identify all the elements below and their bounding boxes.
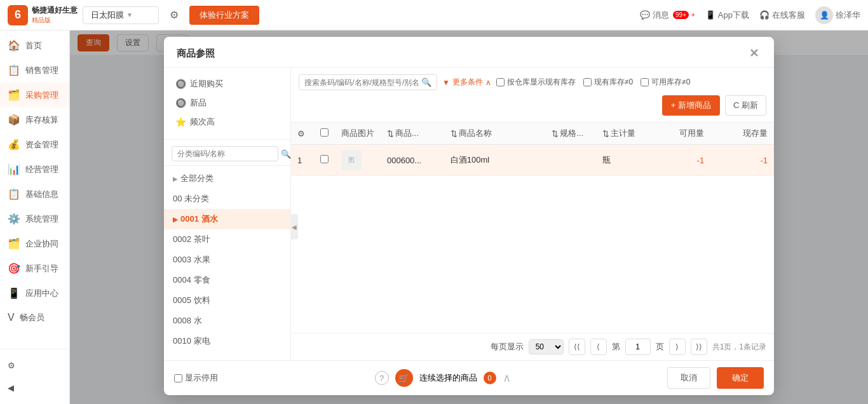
th-available: 可用量 [647, 123, 710, 145]
first-page-button[interactable]: ⟨⟨ [569, 339, 585, 355]
row-unit: 瓶 [596, 145, 647, 176]
app-download-button[interactable]: 📱 App下载 [705, 10, 749, 21]
confirm-button[interactable]: 确定 [717, 367, 764, 389]
select-all-checkbox[interactable] [320, 128, 329, 137]
th-settings[interactable]: ⚙ [291, 123, 314, 145]
show-warehouse-input[interactable] [496, 78, 505, 86]
row-spec [545, 145, 596, 176]
inventory-icon: 📦 [8, 114, 20, 126]
finance-icon: 💰 [8, 138, 20, 151]
column-settings-icon[interactable]: ⚙ [297, 129, 305, 138]
frequent-filter[interactable]: ⭐ 频次高 [170, 112, 284, 131]
left-panel-collapse-button[interactable]: ◀ [290, 214, 298, 239]
th-spec[interactable]: ⇅ 规格... [545, 123, 596, 145]
refresh-button[interactable]: C 刷新 [725, 95, 766, 116]
sidebar-item-finance[interactable]: 💰 资金管理 [0, 132, 69, 157]
page-label: 第 [612, 341, 620, 353]
sidebar-collapse[interactable]: ◀ [0, 377, 69, 399]
product-table: ⚙ 商品图片 [291, 123, 774, 176]
chevron-up-icon: ∧ [485, 78, 491, 87]
sidebar-item-member[interactable]: V 畅会员 [0, 306, 69, 330]
sort-icon: ⇅ [602, 129, 609, 138]
category-00[interactable]: 00 未分类 [164, 189, 290, 209]
store-selector[interactable]: 日太阳膜 ▼ [83, 6, 159, 24]
sidebar-item-basic[interactable]: 📋 基础信息 [0, 182, 69, 206]
sort-icon: ⇅ [387, 129, 394, 138]
system-icon: ⚙️ [8, 213, 20, 225]
th-unit[interactable]: ⇅ 主计量 [596, 123, 647, 145]
cancel-button[interactable]: 取消 [667, 367, 710, 389]
pagination: 每页显示 20 50 100 ⟨⟨ ⟨ 第 页 ⟩ [291, 333, 774, 360]
nav-right: 💬 消息 99+ + 📱 App下载 🎧 在线客服 👤 徐泽华 [640, 6, 860, 24]
cart-count-badge: 0 [484, 372, 496, 384]
last-page-button[interactable]: ⟩⟩ [691, 339, 707, 355]
category-0010[interactable]: 0010 家电 [164, 331, 290, 351]
active-expand-icon: ▶ [173, 216, 178, 223]
sidebar-item-sales[interactable]: 📋 销售管理 [0, 58, 69, 83]
add-product-button[interactable]: + 新增商品 [662, 95, 720, 116]
page-number-input[interactable] [625, 339, 651, 355]
category-search-input[interactable] [172, 146, 278, 161]
help-icon[interactable]: ? [375, 371, 389, 385]
toolbar: 🔍 ▼ 更多条件 ∧ 按仓库显示现有库存 [291, 68, 774, 123]
show-warehouse-checkbox[interactable]: 按仓库显示现有库存 [496, 77, 576, 88]
available-nonzero-checkbox[interactable]: 可用库存≠0 [641, 77, 690, 88]
new-product-filter[interactable]: 🔘 新品 [170, 93, 284, 112]
collapse-icon: ◀ [8, 383, 14, 393]
row-checkbox[interactable] [320, 155, 329, 163]
available-nonzero-input[interactable] [641, 78, 649, 86]
footer-actions: 取消 确定 [667, 367, 764, 389]
search-icon[interactable]: 🔍 [421, 77, 431, 87]
category-0001[interactable]: ▶ 0001 酒水 [164, 209, 290, 229]
th-name[interactable]: ⇅ 商品名称 [444, 123, 546, 145]
next-page-button[interactable]: ⟩ [669, 339, 686, 355]
category-0002[interactable]: 0002 茶叶 [164, 229, 290, 250]
more-filters-button[interactable]: ▼ 更多条件 ∧ [442, 77, 491, 88]
recent-purchase-filter[interactable]: 🔘 近期购买 [170, 74, 284, 93]
user-menu[interactable]: 👤 徐泽华 [815, 6, 860, 24]
page-size-label: 每页显示 [491, 341, 524, 353]
sidebar-settings[interactable]: ⚙ [0, 354, 69, 377]
category-all[interactable]: ▶ 全部分类 [164, 168, 290, 189]
settings-icon[interactable]: ⚙ [164, 5, 184, 25]
sidebar-item-business[interactable]: 📊 经营管理 [0, 157, 69, 182]
category-0005[interactable]: 0005 饮料 [164, 290, 290, 311]
member-icon: V [8, 312, 15, 323]
footer-center: ? 🛒 连续选择的商品 0 ∧ [375, 369, 511, 387]
product-search-box: 🔍 [299, 74, 437, 90]
purchase-icon: 🗂️ [8, 89, 20, 101]
sidebar-item-apps[interactable]: 📱 应用中心 [0, 281, 69, 306]
category-0008[interactable]: 0008 水 [164, 311, 290, 331]
messages-button[interactable]: 💬 消息 99+ + [640, 10, 695, 21]
show-disabled-checkbox[interactable]: 显示停用 [174, 372, 218, 384]
sidebar-item-guide[interactable]: 🎯 新手引导 [0, 256, 69, 281]
category-search-icon[interactable]: 🔍 [281, 149, 291, 159]
prev-page-button[interactable]: ⟨ [590, 339, 607, 355]
category-0004[interactable]: 0004 零食 [164, 270, 290, 290]
stock-nonzero-checkbox[interactable]: 现有库存≠0 [583, 77, 633, 88]
sidebar-item-inventory[interactable]: 📦 库存核算 [0, 107, 69, 132]
trial-button[interactable]: 体验行业方案 [189, 6, 259, 25]
online-service-button[interactable]: 🎧 在线客服 [759, 10, 805, 21]
th-code[interactable]: ⇅ 商品... [381, 123, 444, 145]
basic-icon: 📋 [8, 188, 20, 200]
logo-text: 畅捷通好生意 精品版 [32, 5, 78, 25]
sidebar-item-system[interactable]: ⚙️ 系统管理 [0, 206, 69, 231]
stock-nonzero-input[interactable] [583, 78, 592, 86]
sales-icon: 📋 [8, 64, 20, 76]
product-search-input[interactable] [304, 78, 419, 87]
row-code: 000600... [381, 145, 444, 176]
collapse-cart-icon[interactable]: ∧ [503, 371, 511, 385]
table-row[interactable]: 1 图 [291, 145, 774, 176]
sidebar-item-enterprise[interactable]: 🗂️ 企业协同 [0, 231, 69, 256]
page-size-select[interactable]: 20 50 100 [529, 339, 564, 354]
modal-close-button[interactable]: ✕ [746, 46, 761, 61]
show-disabled-input[interactable] [174, 374, 182, 382]
sidebar-item-home[interactable]: 🏠 首页 [0, 33, 69, 58]
sidebar-item-purchase[interactable]: 🗂️ 采购管理 [0, 83, 69, 107]
cart-icon[interactable]: 🛒 [395, 369, 413, 387]
category-0003[interactable]: 0003 水果 [164, 250, 290, 270]
sidebar: 🏠 首页 📋 销售管理 🗂️ 采购管理 📦 库存核算 💰 资金管理 📊 经营管理… [0, 30, 70, 404]
sidebar-bottom: ⚙ ◀ [0, 349, 69, 404]
sort-icon: ⇅ [451, 129, 458, 138]
